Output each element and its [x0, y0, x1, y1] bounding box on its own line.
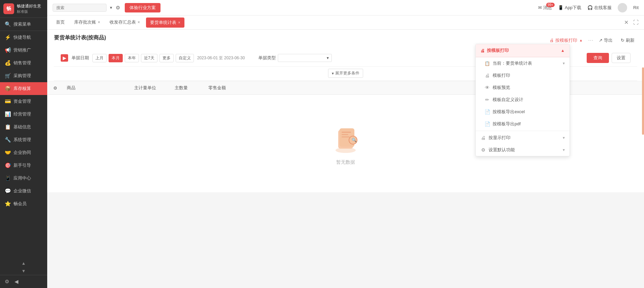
dropdown-item-default-func[interactable]: ⚙ 设置默认功能 ▾: [476, 144, 569, 156]
sidebar-item-collab[interactable]: 🤝 企业协同: [0, 146, 47, 159]
date-btn-this-year[interactable]: 本年: [125, 54, 139, 62]
sidebar-item-basic-info[interactable]: 📋 基础信息: [0, 121, 47, 133]
th-gear[interactable]: ⚙: [51, 82, 64, 94]
date-btn-prev-month[interactable]: 上月: [92, 54, 107, 62]
page-actions: 🖨 按模板打印 ▲ ⋯ ↗ 导出 ↻ 刷新: [547, 36, 637, 45]
tab-close-inventory-batch[interactable]: ×: [98, 20, 100, 25]
toolbar-divider: ⋯: [588, 37, 593, 43]
filter-toggle-btn[interactable]: ▶: [61, 54, 68, 62]
app-center-icon: 📱: [5, 175, 11, 181]
online-service-item[interactable]: 🎧 在线客服: [587, 5, 612, 11]
quick-nav-icon: ⚡: [5, 34, 11, 40]
sidebar-item-purchase[interactable]: 🛒 采购管理: [0, 69, 47, 82]
date-btn-more[interactable]: 更多: [159, 54, 174, 62]
tab-maximize-icon[interactable]: ⛶: [632, 19, 640, 26]
app-name: 畅捷通好生意 标准版: [17, 4, 41, 14]
expand-more-btn[interactable]: ▾ 展开更多条件: [328, 69, 363, 78]
sidebar-item-label: 应用中心: [13, 175, 31, 181]
tab-close-collection-summary[interactable]: ×: [138, 20, 140, 25]
tab-inventory-batch[interactable]: 库存批次账 ×: [69, 16, 105, 29]
sidebar-item-system[interactable]: 🔧 系统管理: [0, 133, 47, 146]
refresh-btn[interactable]: ↻ 刷新: [618, 36, 637, 45]
sidebar-item-label: 新手引导: [13, 162, 31, 168]
sidebar-item-label: 采购管理: [13, 73, 31, 79]
username-label: Rit: [633, 5, 639, 10]
date-btn-custom[interactable]: 自定义: [176, 54, 194, 62]
sidebar-item-operations[interactable]: 📊 经营管理: [0, 108, 47, 121]
dropdown-current-item[interactable]: 📋 当前：要货单统计表 ▾: [476, 57, 569, 69]
dropdown-item-template-custom[interactable]: ✏ 模板自定义设计: [476, 94, 569, 106]
settings-btn[interactable]: 设置: [612, 53, 631, 63]
page-content: 要货单统计表(按商品) 🖨 按模板打印 ▲ ⋯ ↗ 导出 ↻ 刷新: [47, 30, 644, 288]
trial-btn[interactable]: 体验行业方案: [125, 3, 160, 12]
sidebar-item-label: 企业协同: [13, 150, 31, 156]
sidebar-item-label: 搜索菜单: [13, 21, 31, 27]
sidebar-item-quick-nav[interactable]: ⚡ 快捷导航: [0, 31, 47, 44]
sidebar-settings-icon[interactable]: ⚙: [5, 279, 9, 285]
sidebar-item-finance[interactable]: 💳 资金管理: [0, 95, 47, 108]
sidebar-bottom: ⚙ ◀: [0, 275, 47, 288]
type-select[interactable]: ▾: [278, 54, 332, 62]
sidebar-item-new-guide[interactable]: 🎯 新手引导: [0, 159, 47, 172]
tab-home[interactable]: 首页: [51, 16, 69, 29]
default-func-left: ⚙ 设置默认功能: [480, 147, 515, 153]
tab-close-all-icon[interactable]: ✕: [623, 19, 630, 26]
query-btn[interactable]: 查询: [587, 53, 609, 63]
current-label-left: 📋 当前：要货单统计表: [485, 60, 532, 66]
gear-icon[interactable]: ⚙: [53, 86, 57, 91]
topbar-dropdown-icon[interactable]: ▾: [110, 5, 112, 10]
sidebar-collapse-icon[interactable]: ◀: [14, 279, 19, 285]
sidebar-scroll-down[interactable]: ▼: [0, 267, 47, 275]
print-label: 按模板打印: [555, 37, 577, 43]
current-item-label: 当前：要货单统计表: [493, 60, 532, 66]
user-avatar[interactable]: [618, 3, 627, 12]
sidebar-item-label: 系统管理: [13, 137, 31, 143]
dropdown-item-export-excel[interactable]: 📄 按模板导出excel: [476, 106, 569, 118]
enterprise-wechat-icon: 💬: [5, 188, 11, 194]
export-btn[interactable]: ↗ 导出: [596, 36, 615, 45]
print-header-icon: 🖨: [480, 48, 485, 53]
expand-icon: ▾: [332, 71, 334, 76]
print-btn[interactable]: 🖨 按模板打印 ▲: [547, 36, 585, 45]
current-item-arrow: ▾: [563, 61, 565, 66]
date-btn-this-month[interactable]: 本月: [109, 54, 123, 62]
sidebar-item-sales[interactable]: 💰 销售管理: [0, 57, 47, 69]
new-guide-icon: 🎯: [5, 162, 11, 168]
right-scrollbar[interactable]: [642, 67, 644, 135]
sidebar-scroll-up[interactable]: ▲: [0, 259, 47, 267]
dropdown-item-template-print[interactable]: 🖨 模板打印: [476, 69, 569, 82]
tabs-right-controls: ✕ ⛶: [623, 19, 640, 26]
default-func-icon: ⚙: [480, 147, 486, 153]
sidebar-item-search[interactable]: 🔍 搜索菜单: [0, 18, 47, 31]
inventory-icon: 📦: [5, 86, 11, 92]
dropdown-item-export-pdf[interactable]: 📄 按模板导出pdf: [476, 118, 569, 130]
sidebar-item-marketing[interactable]: 📢 营销推广: [0, 44, 47, 57]
type-select-arrow: ▾: [327, 56, 329, 60]
print-dropdown-arrow[interactable]: ▲: [579, 38, 583, 42]
print-dropdown-header-right: ▲: [561, 48, 565, 53]
tab-order-stats[interactable]: 要货单统计表 ×: [146, 18, 184, 28]
collab-icon: 🤝: [5, 150, 11, 156]
refresh-icon: ↻: [621, 38, 624, 43]
messages-item[interactable]: ✉ 消息 99+: [538, 5, 552, 11]
sidebar-item-enterprise-wechat[interactable]: 💬 企业微信: [0, 185, 47, 197]
dropdown-item-display-print[interactable]: 🖨 按显示打印 ▾: [476, 132, 569, 144]
tab-close-order-stats[interactable]: ×: [178, 20, 180, 25]
sales-icon: 💰: [5, 60, 11, 66]
display-print-label: 按显示打印: [489, 135, 510, 141]
dropdown-item-template-preview[interactable]: 👁 模板预览: [476, 82, 569, 94]
type-label: 单据类型: [258, 55, 276, 61]
date-btn-7days[interactable]: 近7天: [141, 54, 157, 62]
sidebar-item-label: 基础信息: [13, 124, 31, 130]
dropdown-collapse-btn[interactable]: ▲: [561, 48, 565, 53]
topbar-gear-icon[interactable]: ⚙: [116, 5, 120, 11]
topbar-search-input[interactable]: [53, 4, 107, 12]
app-download-item[interactable]: 📱 App下载: [558, 5, 581, 11]
sidebar-item-inventory[interactable]: 📦 库存核算: [0, 82, 47, 95]
sidebar: 畅 畅捷通好生意 标准版 🔍 搜索菜单 ⚡ 快捷导航 📢 营销推广 💰 销售管理…: [0, 0, 47, 288]
basic-info-icon: 📋: [5, 124, 11, 130]
sidebar-item-app-center[interactable]: 📱 应用中心: [0, 172, 47, 185]
sidebar-item-member[interactable]: ⭐ 畅会员: [0, 197, 47, 210]
tab-label: 要货单统计表: [150, 20, 176, 26]
tab-collection-summary[interactable]: 收发存汇总表 ×: [105, 16, 145, 29]
